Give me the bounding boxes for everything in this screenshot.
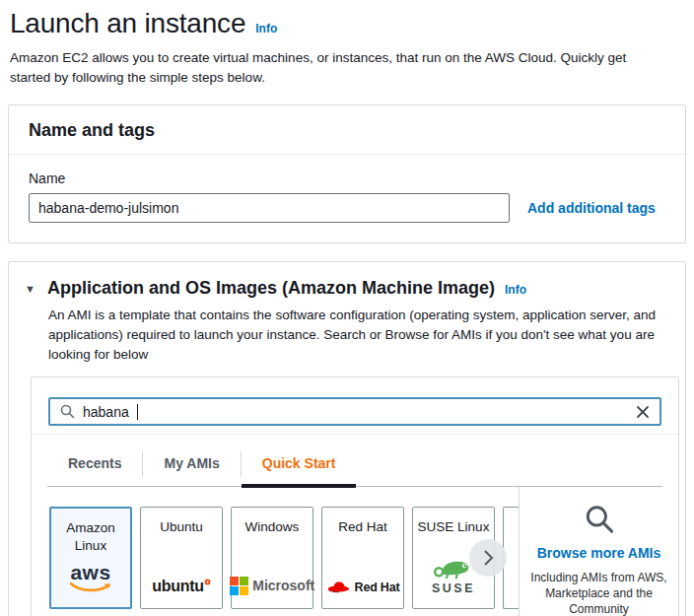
os-card-windows[interactable]: Windows Microsoft <box>231 507 313 609</box>
add-additional-tags-link[interactable]: Add additional tags <box>527 200 656 216</box>
launch-instance-page: Launch an instance Info Amazon EC2 allow… <box>0 0 694 616</box>
microsoft-logo-icon: Microsoft <box>230 577 315 596</box>
ami-section-description: An AMI is a template that contains the s… <box>48 306 671 365</box>
name-and-tags-title: Name and tags <box>29 120 665 141</box>
search-icon <box>60 404 75 419</box>
text-cursor <box>137 404 138 420</box>
os-card-label: Amazon Linux <box>51 509 130 555</box>
browse-more-amis-link[interactable]: Browse more AMIs <box>537 545 661 561</box>
os-card-label: Windows <box>243 508 303 536</box>
clear-search-button[interactable] <box>636 405 650 419</box>
instance-name-input[interactable] <box>29 193 510 223</box>
os-card-label: SUSE Linux <box>415 508 493 536</box>
tab-quick-start[interactable]: Quick Start <box>242 443 357 486</box>
page-title: Launch an instance <box>10 8 245 39</box>
name-and-tags-header: Name and tags <box>9 105 685 155</box>
page-title-info-link[interactable]: Info <box>255 22 277 35</box>
name-and-tags-body: Name Add additional tags <box>9 155 685 242</box>
red-hat-logo-icon: Red Hat <box>326 579 400 595</box>
close-icon <box>636 405 650 419</box>
os-card-ubuntu[interactable]: Ubuntu ubuntu <box>140 507 223 609</box>
tab-my-amis[interactable]: My AMIs <box>143 443 240 486</box>
ami-section: ▼ Application and OS Images (Amazon Mach… <box>8 261 686 616</box>
os-card-label: Red Hat <box>335 508 390 536</box>
page-description: Amazon EC2 allows you to create virtual … <box>10 48 668 88</box>
ami-search-input[interactable]: habana <box>48 397 661 426</box>
browse-more-amis-column: Browse more AMIs Including AMIs from AWS… <box>519 487 678 616</box>
carousel-next-button[interactable] <box>469 539 507 577</box>
ami-search-area: habana <box>32 377 678 435</box>
ubuntu-logo-icon: ubuntu <box>152 578 210 595</box>
browse-search-icon <box>581 503 618 535</box>
page-header: Launch an instance Info <box>8 8 686 39</box>
ami-section-info-link[interactable]: Info <box>505 283 526 297</box>
os-cards-carousel: Amazon Linux aws Ubuntu <box>32 487 519 616</box>
os-card-label: Ubuntu <box>157 508 206 536</box>
os-card-red-hat[interactable]: Red Hat Red Hat <box>321 507 404 609</box>
os-card-amazon-linux[interactable]: Amazon Linux aws <box>49 507 132 609</box>
ami-tabs: Recents My AMIs Quick Start <box>47 443 662 487</box>
name-and-tags-section: Name and tags Name Add additional tags <box>8 104 686 243</box>
tab-recents[interactable]: Recents <box>47 443 142 486</box>
aws-logo-icon: aws <box>68 564 113 594</box>
browse-more-amis-description: Including AMIs from AWS, Marketplace and… <box>529 570 669 616</box>
collapse-caret-icon[interactable]: ▼ <box>25 283 35 295</box>
ami-search-value: habana <box>83 404 129 420</box>
os-cards-area: Amazon Linux aws Ubuntu <box>32 487 678 616</box>
ami-picker-panel: habana Recents My AMIs Quic <box>31 376 679 616</box>
chevron-right-icon <box>483 549 494 567</box>
ami-section-title: Application and OS Images (Amazon Machin… <box>47 278 495 299</box>
name-field-label: Name <box>29 171 665 186</box>
